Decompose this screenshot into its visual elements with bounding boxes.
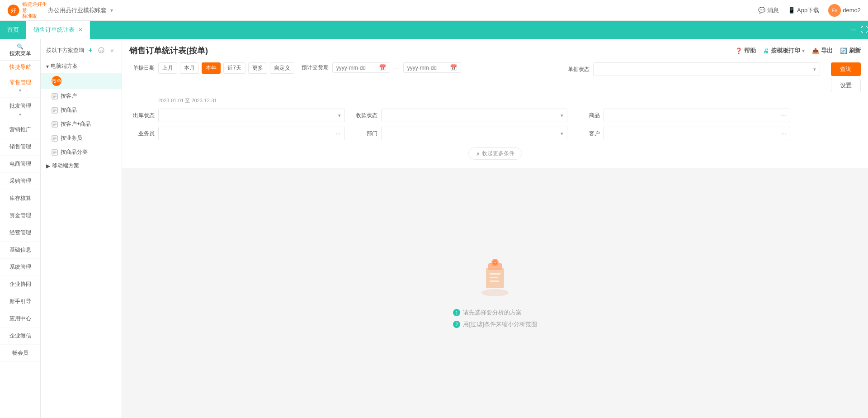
sidebar-item-marketing[interactable]: 营销推广 (0, 121, 40, 138)
calendar-start-icon: 📅 (379, 64, 386, 71)
messages-label: 消息 (767, 6, 779, 14)
customer-dots[interactable]: ··· (781, 130, 786, 137)
pay-status-arrow-icon: ▾ (561, 113, 563, 119)
svg-rect-30 (490, 280, 499, 282)
window-minimize-button[interactable]: ─ (850, 26, 857, 33)
sidebar-quicknav-button[interactable]: 快捷导航 (0, 61, 40, 74)
tab-sales-stat-label: 销售订单统计表 (33, 26, 75, 34)
sidebar-item-ops[interactable]: 经营管理 (0, 224, 40, 242)
sidebar-item-purchase[interactable]: 采购管理 (0, 173, 40, 190)
pay-status-label: 收款状态 (352, 112, 377, 119)
print-icon: 🖨 (763, 48, 769, 54)
user-menu[interactable]: Ea demo2 (828, 4, 861, 17)
sidebar-retail-label: 零售管理 (9, 79, 31, 86)
scheme-by-category[interactable]: 按商品分类 (41, 145, 122, 159)
goods-input[interactable]: ··· (604, 109, 790, 122)
add-scheme-button[interactable]: + (86, 46, 94, 54)
scheme-custgoods-icon (52, 121, 58, 128)
date-btn-custom[interactable]: 自定义 (270, 62, 294, 74)
message-icon: 💬 (758, 7, 765, 14)
sidebar-item-system[interactable]: 系统管理 (0, 259, 40, 276)
filter-area: 销售订单统计表(按单) ❓ 帮助 🖨 按模板打印 ▾ 📤 (122, 39, 868, 168)
expected-date-start-field[interactable] (336, 65, 377, 71)
ship-status-label: 出库状态 (129, 112, 155, 119)
messages-button[interactable]: 💬 消息 (758, 6, 779, 14)
goods-dots[interactable]: ··· (781, 112, 786, 119)
app-download-button[interactable]: 📱 App下载 (788, 6, 819, 14)
logo-text: 畅捷通好生意 标准版 (22, 1, 48, 19)
tab-sales-stat[interactable]: 销售订单统计表 ✕ (26, 21, 90, 39)
breadcrumb-area: 办公用品行业模拟账套 ▾ (48, 6, 758, 14)
sidebar-item-basic[interactable]: 基础信息 (0, 242, 40, 259)
expected-date-start-input[interactable]: 📅 (332, 62, 390, 73)
sidebar-system-label: 系统管理 (9, 263, 31, 271)
customer-label: 客户 (575, 130, 600, 138)
empty-state-icon: ? (472, 254, 518, 299)
edit-scheme-button[interactable]: ⊙ (97, 46, 105, 54)
date-btn-this-month[interactable]: 本月 (180, 62, 199, 74)
sidebar-item-member[interactable]: 畅会员 (0, 345, 40, 362)
empty-state: ? 1 请先选择要分析的方案 2 用[过滤]条件来缩小分析范围 (122, 168, 868, 418)
sidebar-item-retail[interactable]: 零售管理 ▾ (0, 74, 40, 98)
collapse-filter-button[interactable]: ∧ 收起更多条件 (129, 144, 861, 163)
date-btn-this-year[interactable]: 本年 (202, 62, 221, 74)
empty-tip-1: 1 请先选择要分析的方案 (453, 309, 537, 317)
print-label: 按模板打印 (771, 47, 800, 55)
left-panel: 按以下方案查询 + ⊙ « ▾ 电脑端方案 按单 (41, 39, 122, 418)
pc-section-header[interactable]: ▾ 电脑端方案 (41, 60, 122, 73)
staff-input[interactable]: ··· (158, 127, 345, 140)
status-arrow-icon: ▾ (813, 66, 816, 72)
date-btn-more[interactable]: 更多 (248, 62, 267, 74)
scheme-by-goods[interactable]: 按商品 (41, 103, 122, 117)
sidebar-item-finance[interactable]: 资金管理 (0, 207, 40, 224)
date-btn-last-month[interactable]: 上月 (158, 62, 177, 74)
sidebar-quicknav-label: 快捷导航 (9, 64, 31, 70)
sidebar-finance-label: 资金管理 (9, 212, 31, 219)
query-btn-group: 查询 设置 (831, 62, 861, 92)
sidebar-item-wholesale[interactable]: 批发管理 ▴ (0, 98, 40, 121)
tab-home[interactable]: 首页 (0, 21, 26, 39)
print-button[interactable]: 🖨 按模板打印 ▾ (763, 47, 805, 55)
date-btn-last7[interactable]: 近7天 (223, 62, 245, 74)
expected-date-end-field[interactable] (407, 65, 448, 71)
scheme-by-order[interactable]: 按单 (41, 73, 122, 89)
scheme-by-staff[interactable]: 按业务员 (41, 131, 122, 145)
sidebar-item-wechat[interactable]: 企业微信 (0, 328, 40, 345)
sidebar-item-apps[interactable]: 应用中心 (0, 310, 40, 328)
pay-status-select[interactable]: ▾ (381, 109, 568, 122)
expected-date-end-input[interactable]: 📅 (403, 62, 461, 73)
sidebar-item-inventory[interactable]: 库存核算 (0, 190, 40, 207)
scheme-by-customer[interactable]: 按客户 (41, 89, 122, 103)
sidebar-search-button[interactable]: 🔍 搜索菜单 (0, 39, 40, 61)
pc-section-label: 电脑端方案 (51, 62, 78, 70)
dept-select[interactable]: ▾ (381, 127, 568, 140)
tab-close-icon[interactable]: ✕ (78, 27, 83, 33)
refresh-button[interactable]: 🔄 刷新 (840, 47, 861, 55)
query-button[interactable]: 查询 (831, 62, 861, 76)
scheme-goods-icon (52, 107, 58, 114)
sidebar-item-ecommerce[interactable]: 电商管理 (0, 156, 40, 173)
export-button[interactable]: 📤 导出 (812, 47, 833, 55)
avatar: Ea (828, 4, 841, 17)
help-button[interactable]: ❓ 帮助 (735, 47, 756, 55)
tip-num-2: 2 (453, 321, 460, 328)
status-select[interactable]: ▾ (593, 62, 820, 76)
sidebar-item-corp[interactable]: 企业协同 (0, 276, 40, 293)
collapse-panel-button[interactable]: « (108, 46, 116, 54)
right-panel: 销售订单统计表(按单) ❓ 帮助 🖨 按模板打印 ▾ 📤 (122, 39, 868, 418)
setting-button[interactable]: 设置 (831, 79, 861, 92)
window-maximize-button[interactable]: ⛶ (861, 26, 868, 33)
customer-input[interactable]: ··· (604, 127, 790, 140)
window-controls: ─ ⛶ (850, 26, 868, 33)
sidebar-ecommerce-label: 电商管理 (9, 160, 31, 168)
scheme-by-cust-goods[interactable]: 按客户+商品 (41, 117, 122, 131)
sidebar-item-sales[interactable]: 销售管理 (0, 138, 40, 156)
staff-dots[interactable]: ··· (335, 130, 341, 137)
mobile-section-header[interactable]: ▶ 移动端方案 (41, 159, 122, 172)
ship-status-select[interactable]: ▾ (158, 109, 345, 122)
sidebar-item-newbie[interactable]: 新手引导 (0, 293, 40, 310)
breadcrumb-text: 办公用品行业模拟账套 (48, 6, 107, 14)
sidebar-purchase-label: 采购管理 (9, 177, 31, 185)
svg-point-24 (481, 289, 509, 296)
sidebar-ops-label: 经营管理 (9, 229, 31, 237)
